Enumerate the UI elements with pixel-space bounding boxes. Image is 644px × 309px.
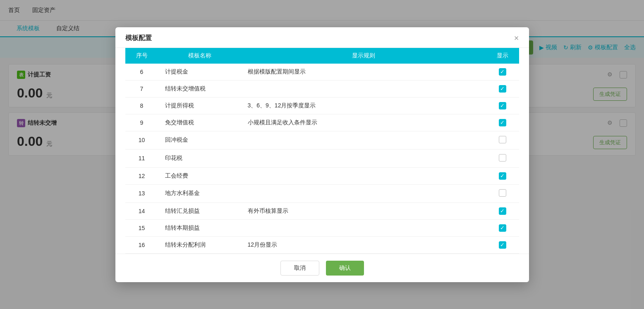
cell-seq: 14 [125, 202, 158, 219]
cell-seq: 7 [125, 80, 158, 97]
cell-checkbox[interactable]: ✓ [486, 114, 519, 131]
checkbox-row-16[interactable]: ✓ [499, 241, 506, 249]
cell-name: 地方水利基金 [158, 184, 241, 202]
cell-seq: 13 [125, 184, 158, 202]
cell-seq: 10 [125, 131, 158, 149]
checkbox-row-10[interactable] [499, 136, 506, 143]
table-row: 6计提税金根据模版配置期间显示✓ [125, 64, 519, 81]
cell-rule: 有外币核算显示 [241, 202, 486, 219]
cell-seq: 9 [125, 114, 158, 131]
cell-rule: 小规模且满足收入条件显示 [241, 114, 486, 131]
modal-title: 模板配置 [125, 34, 152, 43]
col-display: 显示 [486, 48, 519, 64]
cell-seq: 11 [125, 149, 158, 167]
checkbox-row-14[interactable]: ✓ [499, 207, 506, 215]
checkbox-row-12[interactable]: ✓ [499, 172, 506, 180]
table-row: 8计提所得税3、6、9、12月按季度显示✓ [125, 97, 519, 114]
cell-rule [241, 80, 486, 97]
cancel-button[interactable]: 取消 [280, 261, 319, 276]
cell-rule [241, 167, 486, 184]
table-header: 序号 模板名称 显示规则 显示 [125, 48, 519, 64]
checkbox-row-9[interactable]: ✓ [499, 119, 506, 126]
cell-checkbox[interactable] [486, 149, 519, 167]
checkbox-row-7[interactable]: ✓ [499, 85, 506, 93]
cell-seq: 8 [125, 97, 158, 114]
checkbox-row-15[interactable]: ✓ [499, 224, 506, 232]
cell-checkbox[interactable]: ✓ [486, 97, 519, 114]
cell-checkbox[interactable]: ✓ [486, 167, 519, 184]
cell-rule [241, 219, 486, 236]
config-table: 序号 模板名称 显示规则 显示 6计提税金根据模版配置期间显示✓7结转未交增值税… [125, 48, 519, 254]
cell-rule: 根据模版配置期间显示 [241, 64, 486, 81]
cell-seq: 12 [125, 167, 158, 184]
table-row: 14结转汇兑损益有外币核算显示✓ [125, 202, 519, 219]
table-row: 7结转未交增值税✓ [125, 80, 519, 97]
modal-close-button[interactable]: × [514, 34, 519, 42]
table-row: 12工会经费✓ [125, 167, 519, 184]
cell-checkbox[interactable] [486, 184, 519, 202]
cell-rule [241, 131, 486, 149]
cell-name: 结转汇兑损益 [158, 202, 241, 219]
cell-checkbox[interactable]: ✓ [486, 64, 519, 81]
cell-checkbox[interactable]: ✓ [486, 202, 519, 219]
cell-name: 计提所得税 [158, 97, 241, 114]
modal-footer: 取消 确认 [115, 254, 529, 282]
cell-seq: 6 [125, 64, 158, 81]
table-body: 6计提税金根据模版配置期间显示✓7结转未交增值税✓8计提所得税3、6、9、12月… [125, 64, 519, 254]
modal-overlay: 模板配置 × 序号 模板名称 显示规则 显示 6计提税金根据模版配置期间显示✓7… [0, 0, 644, 309]
checkbox-row-8[interactable]: ✓ [499, 102, 506, 109]
cell-name: 结转未分配利润 [158, 236, 241, 253]
checkbox-row-6[interactable]: ✓ [499, 68, 506, 76]
cell-name: 印花税 [158, 149, 241, 167]
checkbox-row-13[interactable] [499, 189, 506, 197]
cell-name: 免交增值税 [158, 114, 241, 131]
col-name: 模板名称 [158, 48, 241, 64]
cell-rule [241, 184, 486, 202]
cell-seq: 15 [125, 219, 158, 236]
template-config-modal: 模板配置 × 序号 模板名称 显示规则 显示 6计提税金根据模版配置期间显示✓7… [115, 27, 529, 282]
cell-name: 结转本期损益 [158, 219, 241, 236]
cell-rule: 3、6、9、12月按季度显示 [241, 97, 486, 114]
cell-name: 结转未交增值税 [158, 80, 241, 97]
cell-checkbox[interactable]: ✓ [486, 236, 519, 253]
cell-checkbox[interactable] [486, 131, 519, 149]
table-row: 10回冲税金 [125, 131, 519, 149]
cell-rule [241, 149, 486, 167]
confirm-button[interactable]: 确认 [326, 261, 364, 276]
cell-checkbox[interactable]: ✓ [486, 80, 519, 97]
modal-body: 序号 模板名称 显示规则 显示 6计提税金根据模版配置期间显示✓7结转未交增值税… [115, 48, 529, 254]
table-row: 16结转未分配利润12月份显示✓ [125, 236, 519, 253]
cell-name: 计提税金 [158, 64, 241, 81]
cell-seq: 16 [125, 236, 158, 253]
table-row: 9免交增值税小规模且满足收入条件显示✓ [125, 114, 519, 131]
table-row: 15结转本期损益✓ [125, 219, 519, 236]
cell-name: 工会经费 [158, 167, 241, 184]
table-row: 11印花税 [125, 149, 519, 167]
table-row: 13地方水利基金 [125, 184, 519, 202]
cell-checkbox[interactable]: ✓ [486, 219, 519, 236]
checkbox-row-11[interactable] [499, 154, 506, 162]
col-rule: 显示规则 [241, 48, 486, 64]
modal-header: 模板配置 × [115, 27, 529, 48]
col-seq: 序号 [125, 48, 158, 64]
cell-name: 回冲税金 [158, 131, 241, 149]
cell-rule: 12月份显示 [241, 236, 486, 253]
